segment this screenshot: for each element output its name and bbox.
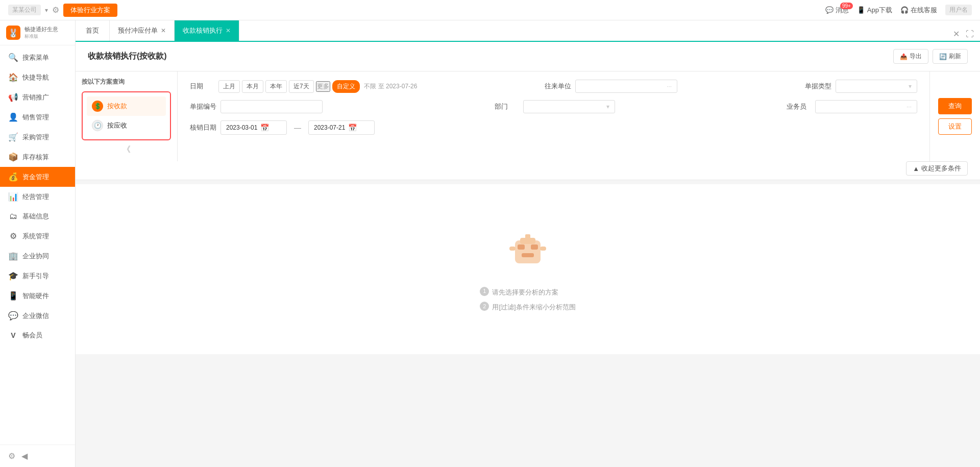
hardware-icon: 📱 [8, 291, 18, 301]
refresh-label: 刷新 [949, 52, 961, 61]
content-area: 首页 预付冲应付单 ✕ 收款核销执行 ✕ ✕ ⛶ 收款核销执行(按收款) 📤 [76, 20, 980, 467]
tab-bar: 首页 预付冲应付单 ✕ 收款核销执行 ✕ ✕ ⛶ [76, 20, 980, 42]
tab-collection-close[interactable]: ✕ [226, 27, 231, 34]
app-download-group[interactable]: 📱 App下载 [857, 6, 892, 15]
export-label: 导出 [910, 52, 922, 61]
doc-type-select[interactable]: ▾ [836, 80, 917, 93]
empty-illustration [502, 225, 553, 276]
service-icon: 🎧 [900, 6, 909, 14]
app-label: App下载 [867, 6, 892, 15]
filter-option-receivable[interactable]: 🕐 按应收 [87, 116, 166, 135]
date-btn-custom[interactable]: 自定义 [332, 80, 360, 93]
calendar-to-icon: 📅 [348, 124, 357, 132]
sidebar-logo: 🐰 畅捷通好生意 标准版 [0, 20, 75, 45]
doc-type-arrow: ▾ [909, 83, 912, 90]
date-label: 日期 [190, 82, 214, 91]
message-badge: 99+ [840, 3, 853, 9]
sidebar-label-system: 系统管理 [22, 232, 49, 241]
sidebar-label-operations: 经营管理 [22, 192, 49, 202]
home-icon: 🏠 [8, 72, 18, 82]
date-btn-this-year[interactable]: 本年 [265, 80, 287, 93]
date-separator: — [294, 124, 301, 132]
date-to-text: 至 2023-07-26 [378, 82, 418, 91]
counterpart-input[interactable]: ··· [575, 80, 677, 93]
staff-label: 业务员 [787, 102, 811, 111]
sidebar-label-search: 搜索菜单 [22, 53, 49, 62]
refresh-icon: 🔄 [939, 53, 947, 60]
sidebar-item-quicknav[interactable]: 🏠 快捷导航 [0, 67, 75, 87]
logo-name: 畅捷通好生意 [24, 26, 58, 33]
export-button[interactable]: 📤 导出 [893, 49, 928, 64]
bottom-settings-icon[interactable]: ⚙ [8, 451, 15, 461]
date-btn-this-month[interactable]: 本月 [242, 80, 263, 93]
tab-close-btn[interactable]: ✕ [951, 27, 962, 41]
tab-prepay-close[interactable]: ✕ [161, 27, 166, 34]
collection-icon: 💲 [92, 101, 103, 112]
top-bar-right: 💬 消息 99+ 📱 App下载 🎧 在线客服 用户名 [825, 5, 972, 15]
filter-section: 按以下方案查询 💲 按收款 🕐 按应收 《 [76, 71, 980, 180]
svg-rect-7 [540, 247, 546, 251]
sidebar: 🐰 畅捷通好生意 标准版 🔍 搜索菜单 🏠 快捷导航 📢 营销推广 👤 销售管理 [0, 20, 76, 467]
query-button[interactable]: 查询 [938, 98, 972, 114]
sidebar-label-guide: 新手引导 [22, 272, 49, 281]
date-range: 不限 至 2023-07-26 [364, 82, 418, 91]
sidebar-label-member: 畅会员 [22, 331, 42, 340]
svg-rect-3 [522, 253, 534, 257]
inventory-icon: 📦 [8, 152, 18, 162]
setting-button[interactable]: 设置 [938, 118, 972, 135]
guide-icon: 🎓 [8, 271, 18, 281]
refresh-button[interactable]: 🔄 刷新 [933, 49, 968, 64]
sidebar-item-purchase[interactable]: 🛒 采购管理 [0, 127, 75, 147]
dept-select[interactable]: ▾ [523, 100, 615, 113]
writeoff-date-to[interactable]: 2023-07-21 📅 [308, 120, 375, 135]
collapse-left-btn[interactable]: 《 [82, 144, 171, 155]
doc-no-label: 单据编号 [190, 102, 216, 111]
date-btn-more[interactable]: 更多 [316, 81, 330, 92]
sidebar-item-hardware[interactable]: 📱 智能硬件 [0, 286, 75, 306]
date-btn-last-month[interactable]: 上月 [218, 80, 240, 93]
sidebar-item-guide[interactable]: 🎓 新手引导 [0, 266, 75, 286]
collapse-more-btn[interactable]: ▲ 收起更多条件 [906, 161, 968, 176]
sidebar-item-wechat[interactable]: 💬 企业微信 [0, 306, 75, 326]
sidebar-item-finance[interactable]: 💰 资金管理 [0, 167, 75, 187]
industry-btn[interactable]: 体验行业方案 [63, 4, 117, 17]
enterprise-icon: 🏢 [8, 251, 18, 261]
tab-collection[interactable]: 收款核销执行 ✕ [175, 20, 239, 41]
filter-option-collection[interactable]: 💲 按收款 [87, 96, 166, 116]
sidebar-item-search[interactable]: 🔍 搜索菜单 [0, 47, 75, 67]
tab-prepay[interactable]: 预付冲应付单 ✕ [110, 20, 175, 41]
writeoff-date-from-text: 2023-03-01 [226, 124, 257, 131]
hint-num-1: 1 [480, 287, 489, 296]
purchase-icon: 🛒 [8, 132, 18, 142]
sidebar-item-enterprise[interactable]: 🏢 企业协同 [0, 246, 75, 266]
collapse-more-row: ▲ 收起更多条件 [76, 161, 980, 180]
sidebar-item-basic[interactable]: 🗂 基础信息 [0, 207, 75, 226]
sidebar-item-operations[interactable]: 📊 经营管理 [0, 187, 75, 207]
tab-expand-btn[interactable]: ⛶ [964, 28, 976, 41]
counterpart-label: 往来单位 [545, 82, 571, 91]
sidebar-item-sales[interactable]: 👤 销售管理 [0, 107, 75, 127]
filter-row-1: 日期 上月 本月 本年 近7天 更多 自定义 [190, 80, 917, 93]
top-bar-left: 某某公司 ▾ ⚙ 体验行业方案 [8, 4, 819, 17]
service-group[interactable]: 🎧 在线客服 [900, 6, 937, 15]
message-group[interactable]: 💬 消息 99+ [825, 6, 849, 15]
doc-no-input[interactable] [220, 100, 323, 113]
svg-rect-1 [518, 244, 525, 250]
sidebar-item-marketing[interactable]: 📢 营销推广 [0, 87, 75, 107]
sidebar-label-enterprise: 企业协同 [22, 252, 49, 261]
tab-prepay-label: 预付冲应付单 [118, 26, 158, 35]
sidebar-item-inventory[interactable]: 📦 库存核算 [0, 147, 75, 167]
sidebar-item-system[interactable]: ⚙ 系统管理 [0, 226, 75, 246]
bottom-collapse-icon[interactable]: ◀ [21, 451, 28, 461]
sidebar-item-member[interactable]: V 畅会员 [0, 326, 75, 345]
receivable-label: 按应收 [107, 121, 127, 130]
staff-input[interactable]: ··· [815, 100, 917, 113]
sidebar-menu: 🔍 搜索菜单 🏠 快捷导航 📢 营销推广 👤 销售管理 🛒 采购管理 📦 [0, 45, 75, 445]
writeoff-date-label: 核销日期 [190, 123, 216, 132]
settings-icon[interactable]: ⚙ [52, 5, 59, 15]
dropdown-arrow-icon[interactable]: ▾ [45, 7, 48, 14]
date-btn-7days[interactable]: 近7天 [289, 80, 314, 93]
writeoff-date-from[interactable]: 2023-03-01 📅 [220, 120, 287, 135]
tab-home[interactable]: 首页 [76, 20, 110, 41]
filter-query-col: 查询 设置 [929, 71, 980, 161]
